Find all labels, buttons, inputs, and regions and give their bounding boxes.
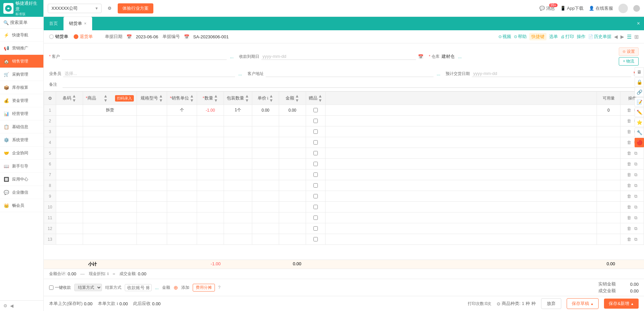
cell-packqty-9[interactable]	[224, 191, 252, 202]
cell-memo-12[interactable]	[325, 223, 597, 234]
cell-price-1[interactable]: 0.00	[252, 105, 279, 116]
delete-row-btn-2[interactable]: 🗑	[627, 118, 631, 123]
tab-home[interactable]: 首页	[44, 17, 64, 30]
cell-packqty-4[interactable]	[224, 137, 252, 148]
video-link[interactable]: ⊙ 视频	[498, 34, 511, 40]
gift-checkbox-1[interactable]	[313, 108, 318, 112]
cell-memo-3[interactable]	[325, 126, 597, 137]
cell-qty-12[interactable]	[197, 223, 224, 234]
cell-gift-12[interactable]	[306, 223, 325, 234]
copy-row-btn-6[interactable]: ⧉	[634, 161, 637, 166]
cell-amount-9[interactable]	[279, 191, 306, 202]
gift-checkbox-5[interactable]	[313, 151, 318, 155]
product-sort-icon[interactable]: ▲▼	[104, 94, 108, 103]
right-tool-link[interactable]: 🔗	[635, 87, 644, 97]
address-input[interactable]	[266, 70, 433, 77]
cell-spec-10[interactable]	[137, 202, 167, 212]
cell-unit-8[interactable]	[167, 180, 197, 191]
one-click-pay-checkbox[interactable]	[49, 285, 53, 290]
table-wrapper[interactable]: ⚙ 条码▲▼ *商品 ▲▼ 扫码录入	[44, 91, 644, 260]
unit-sort-icon[interactable]: ▲▼	[190, 94, 194, 103]
delivery-date-input[interactable]	[472, 70, 631, 77]
sidebar-item-purchase[interactable]: 🛒 采购管理	[0, 68, 43, 81]
save-new-button[interactable]: 保存&新增 ▲	[604, 299, 639, 309]
cell-memo-1[interactable]	[325, 105, 597, 116]
cell-product-11[interactable]	[83, 212, 137, 223]
cell-memo-7[interactable]	[325, 169, 597, 180]
cell-barcode-9[interactable]	[56, 191, 83, 202]
abandon-button[interactable]: 放弃	[541, 298, 561, 309]
cell-unit-7[interactable]	[167, 169, 197, 180]
gift-checkbox-4[interactable]	[313, 140, 318, 145]
cell-packqty-10[interactable]	[224, 202, 252, 212]
spec-sort-icon[interactable]: ▲▼	[159, 94, 163, 103]
message-button[interactable]: 💬 消息 99+	[539, 5, 555, 11]
cell-packqty-6[interactable]	[224, 159, 252, 169]
cell-spec-1[interactable]	[137, 105, 167, 116]
cell-price-7[interactable]	[252, 169, 279, 180]
gift-checkbox-8[interactable]	[313, 183, 318, 188]
cell-amount-5[interactable]	[279, 148, 306, 159]
copy-row-btn-12[interactable]: ⧉	[634, 226, 637, 231]
expense-help-icon[interactable]: ?	[218, 285, 221, 290]
cell-packqty-1[interactable]: 1个	[224, 105, 252, 116]
cell-qty-6[interactable]	[197, 159, 224, 169]
owed-info-icon[interactable]: ℹ	[117, 302, 118, 306]
cell-barcode-11[interactable]	[56, 212, 83, 223]
cell-gift-1[interactable]	[306, 105, 325, 116]
save-draft-button[interactable]: 保存草稿 ▲	[567, 298, 599, 309]
company-selector[interactable]: XXXXXX公司 ▾	[48, 4, 102, 13]
radio-sales-order[interactable]: 销货单	[49, 34, 68, 40]
cell-unit-9[interactable]	[167, 191, 197, 202]
right-tool-alert[interactable]: 🔴	[635, 138, 644, 147]
cell-packqty-11[interactable]	[224, 212, 252, 223]
cell-qty-9[interactable]	[197, 191, 224, 202]
cell-memo-2[interactable]	[325, 116, 597, 126]
cell-spec-2[interactable]	[137, 116, 167, 126]
sidebar-settings-btn[interactable]: ⚙	[3, 303, 7, 308]
cell-price-8[interactable]	[252, 180, 279, 191]
cell-spec-5[interactable]	[137, 148, 167, 159]
cell-amount-10[interactable]	[279, 202, 306, 212]
copy-row-btn-10[interactable]: ⧉	[634, 204, 637, 209]
price-sort-icon[interactable]: ▲▼	[269, 94, 273, 103]
cell-gift-8[interactable]	[306, 180, 325, 191]
right-tool-note[interactable]: 📝	[635, 98, 644, 107]
cell-amount-6[interactable]	[279, 159, 306, 169]
th-gear[interactable]: ⚙	[44, 92, 56, 105]
payment-method-select[interactable]: 结算方式	[74, 284, 102, 291]
cell-packqty-2[interactable]	[224, 116, 252, 126]
cell-product-8[interactable]	[83, 180, 137, 191]
cell-spec-4[interactable]	[137, 137, 167, 148]
gift-checkbox-2[interactable]	[313, 119, 318, 123]
cell-product-7[interactable]	[83, 169, 137, 180]
cell-qty-13[interactable]	[197, 234, 224, 245]
settings-gear-button[interactable]: ⚙	[104, 3, 115, 14]
cell-amount-2[interactable]	[279, 116, 306, 126]
cell-spec-3[interactable]	[137, 126, 167, 137]
salesperson-input[interactable]	[63, 70, 235, 77]
cell-memo-11[interactable]	[325, 212, 597, 223]
gift-checkbox-7[interactable]	[313, 172, 318, 177]
operate-link[interactable]: 操作	[577, 34, 585, 40]
select-link[interactable]: 选单	[549, 34, 558, 40]
cell-qty-3[interactable]	[197, 126, 224, 137]
cell-barcode-12[interactable]	[56, 223, 83, 234]
tab-close-all-button[interactable]: ×	[633, 21, 644, 27]
cell-barcode-8[interactable]	[56, 180, 83, 191]
cell-memo-5[interactable]	[325, 148, 597, 159]
delete-row-btn-4[interactable]: 🗑	[627, 140, 631, 145]
cell-amount-7[interactable]	[279, 169, 306, 180]
cell-qty-1[interactable]: -1.00	[197, 105, 224, 116]
online-service-button[interactable]: 👤 在线客服	[589, 5, 613, 11]
gift-checkbox-9[interactable]	[313, 194, 318, 198]
user-avatar[interactable]	[618, 4, 628, 13]
cell-gift-7[interactable]	[306, 169, 325, 180]
cell-unit-10[interactable]	[167, 202, 197, 212]
delete-row-btn-9[interactable]: 🗑	[627, 194, 631, 199]
cell-barcode-6[interactable]	[56, 159, 83, 169]
cell-barcode-7[interactable]	[56, 169, 83, 180]
cell-spec-12[interactable]	[137, 223, 167, 234]
copy-row-btn-7[interactable]: ⧉	[634, 172, 637, 177]
cell-memo-9[interactable]	[325, 191, 597, 202]
